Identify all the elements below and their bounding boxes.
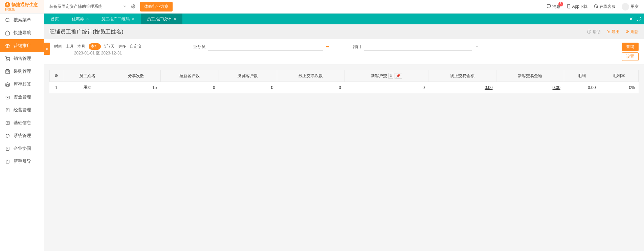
sidebar-item-inventory[interactable]: 库存核算 bbox=[0, 78, 44, 91]
search-icon bbox=[5, 17, 10, 23]
col-profit[interactable]: 毛利 bbox=[564, 70, 599, 82]
industry-plan-button[interactable]: 体验行业方案 bbox=[140, 2, 173, 12]
messages-link[interactable]: 消息 6 bbox=[547, 4, 560, 9]
sidebar-item-label: 系统管理 bbox=[14, 133, 31, 139]
logo-subtitle: 标准版 bbox=[5, 7, 15, 12]
close-icon[interactable]: ✕ bbox=[86, 17, 89, 21]
app-download-link[interactable]: App下载 bbox=[567, 4, 587, 9]
sidebar-item-purchase[interactable]: 采购管理 bbox=[0, 65, 44, 78]
time-option-more[interactable]: 更多 bbox=[118, 44, 126, 49]
sidebar-item-enterprise[interactable]: 企业协同 bbox=[0, 142, 44, 155]
query-button[interactable]: 查询 bbox=[622, 43, 639, 51]
sidebar-item-label: 资金管理 bbox=[14, 94, 31, 100]
sidebar-item-label: 采购管理 bbox=[14, 68, 31, 74]
share-icon bbox=[5, 146, 10, 151]
cell-profit: 0.00 bbox=[564, 82, 599, 93]
col-online-trans-amount[interactable]: 线上交易金额 bbox=[428, 70, 496, 82]
filter-row: » 时间 上月 本月 本年 近7天 更多 自定义 2023-01-01 至 bbox=[44, 39, 644, 64]
user-menu[interactable]: 用友 bbox=[622, 3, 639, 10]
cell-online-trans-count: 0 bbox=[277, 82, 345, 93]
book-icon bbox=[5, 159, 10, 164]
cell-online-trans-amount[interactable]: 0.00 bbox=[428, 82, 496, 93]
gear-icon[interactable] bbox=[131, 4, 135, 9]
pin-icon[interactable]: 📌 bbox=[395, 73, 402, 79]
sidebar-item-operations[interactable]: 经营管理 bbox=[0, 104, 44, 116]
col-profit-rate[interactable]: 毛利率 bbox=[599, 70, 639, 82]
chevron-down-icon[interactable] bbox=[123, 4, 127, 9]
svg-rect-11 bbox=[6, 85, 8, 86]
tab-promotion-stats[interactable]: 员工推广统计 ✕ bbox=[141, 14, 182, 24]
salesperson-input[interactable] bbox=[208, 43, 323, 51]
collapse-handle[interactable]: » bbox=[44, 43, 50, 55]
time-option-this-year[interactable]: 本年 bbox=[89, 43, 101, 50]
messages-badge: 6 bbox=[558, 2, 563, 6]
date-range: 2023-01-01 至 2023-12-31 bbox=[74, 50, 122, 56]
sort-icon[interactable]: ▲▼ bbox=[388, 73, 393, 79]
tab-label: 员工推广二维码 bbox=[101, 16, 130, 22]
sidebar-item-search[interactable]: 搜索菜单 bbox=[0, 14, 44, 26]
cell-new-cust-trans-amount[interactable]: 0.00 bbox=[496, 82, 564, 93]
help-link[interactable]: ⓘ 帮助 bbox=[587, 29, 601, 35]
department-label: 部门 bbox=[353, 44, 361, 50]
online-service-link[interactable]: 在线客服 bbox=[594, 4, 616, 9]
home-icon bbox=[5, 30, 10, 36]
salesperson-label: 业务员 bbox=[193, 44, 205, 50]
logo-block: 6 畅捷通好生意 标准版 bbox=[0, 0, 44, 13]
tab-label: 优惠券 bbox=[72, 16, 84, 22]
export-link[interactable]: ⇲ 导出 bbox=[607, 29, 620, 35]
setting-button[interactable]: 设置 bbox=[622, 52, 639, 61]
column-config[interactable]: ⚙ bbox=[50, 70, 63, 82]
table-row[interactable]: 1 用友 15 0 0 0 0 0.00 0.00 0.00 0% bbox=[50, 82, 639, 93]
cell-index: 1 bbox=[50, 82, 63, 93]
tab-coupon[interactable]: 优惠券 ✕ bbox=[66, 14, 95, 24]
online-service-label: 在线客服 bbox=[599, 4, 616, 9]
more-icon[interactable]: ••• bbox=[326, 44, 329, 49]
col-new-customer[interactable]: 拉新客户数 bbox=[160, 70, 219, 82]
chevron-down-icon[interactable] bbox=[475, 44, 479, 49]
col-share-count[interactable]: 分享次数 bbox=[112, 70, 160, 82]
tab-label: 首页 bbox=[51, 16, 59, 22]
close-icon[interactable]: ✕ bbox=[132, 17, 135, 21]
sidebar-item-sales[interactable]: 销售管理 bbox=[0, 52, 44, 65]
close-icon[interactable]: ✕ bbox=[173, 17, 176, 21]
list-icon bbox=[5, 120, 10, 126]
tab-qr-code[interactable]: 员工推广二维码 ✕ bbox=[95, 14, 141, 24]
svg-line-4 bbox=[8, 21, 9, 22]
sidebar-item-basic-info[interactable]: 基础信息 bbox=[0, 116, 44, 129]
expand-icon[interactable]: ⛶ bbox=[637, 17, 641, 21]
clipboard-icon bbox=[5, 107, 10, 113]
col-browse-customer[interactable]: 浏览客户数 bbox=[219, 70, 277, 82]
sidebar-item-system[interactable]: 系统管理 bbox=[0, 129, 44, 142]
sidebar-item-label: 企业协同 bbox=[14, 145, 31, 152]
time-option-custom[interactable]: 自定义 bbox=[130, 44, 142, 49]
time-option-last-7-days[interactable]: 近7天 bbox=[104, 44, 115, 49]
headset-icon bbox=[594, 4, 598, 9]
tab-home[interactable]: 首页 bbox=[44, 14, 66, 24]
avatar-icon bbox=[622, 3, 629, 10]
col-online-trans-count[interactable]: 线上交易次数 bbox=[277, 70, 345, 82]
sidebar-item-funds[interactable]: 资金管理 bbox=[0, 91, 44, 104]
main-content: 首页 优惠券 ✕ 员工推广二维码 ✕ 员工推广统计 ✕ ✕ ⛶ bbox=[44, 14, 644, 251]
time-option-last-month[interactable]: 上月 bbox=[66, 44, 74, 49]
col-new-cust-trans-amount[interactable]: 新客交易金额 bbox=[496, 70, 564, 82]
col-employee-name[interactable]: 员工姓名 bbox=[63, 70, 112, 82]
sidebar-item-label: 快捷导航 bbox=[14, 30, 31, 36]
system-name[interactable]: 装备及固定资产辅助管理系统 bbox=[49, 4, 102, 9]
sidebar-item-label: 基础信息 bbox=[14, 120, 31, 126]
sidebar-item-guide[interactable]: 新手引导 bbox=[0, 155, 44, 168]
time-option-this-month[interactable]: 本月 bbox=[77, 44, 85, 49]
sidebar-item-label: 新手引导 bbox=[14, 158, 31, 164]
app-download-label: App下载 bbox=[572, 4, 587, 9]
sidebar-item-quicknav[interactable]: 快捷导航 bbox=[0, 26, 44, 39]
svg-point-9 bbox=[9, 60, 9, 61]
refresh-icon: ⟳ bbox=[626, 29, 629, 34]
department-input[interactable] bbox=[364, 43, 472, 51]
logo-text: 畅捷通好生意 bbox=[12, 2, 38, 8]
sidebar-item-label: 搜索菜单 bbox=[14, 17, 31, 23]
refresh-link[interactable]: ⟳ 刷新 bbox=[626, 29, 639, 35]
table-header-row: ⚙ 员工姓名 分享次数 拉新客户数 浏览客户数 线上交易次数 新客户交 ▲▼ 📌 bbox=[50, 70, 639, 82]
col-new-cust-trans[interactable]: 新客户交 ▲▼ 📌 bbox=[345, 70, 428, 82]
sidebar-item-marketing[interactable]: 营销推广 bbox=[0, 39, 44, 52]
tabs-bar: 首页 优惠券 ✕ 员工推广二维码 ✕ 员工推广统计 ✕ ✕ ⛶ bbox=[44, 14, 644, 24]
close-all-icon[interactable]: ✕ bbox=[629, 16, 633, 22]
